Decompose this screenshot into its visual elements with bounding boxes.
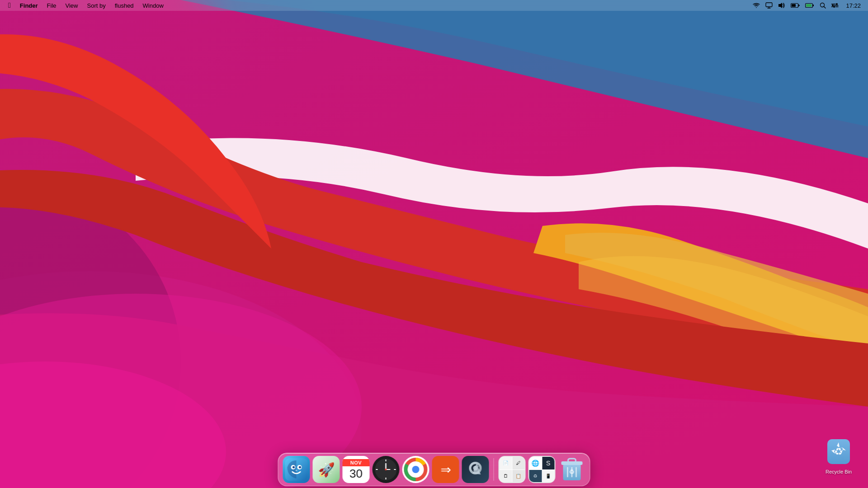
svg-rect-51 (568, 459, 576, 462)
dock-rocket[interactable]: 🚀 (313, 456, 340, 483)
volume-icon[interactable] (776, 0, 787, 11)
dock-chrome[interactable] (402, 456, 429, 483)
dock-calendar[interactable]: NOV 30 (343, 456, 370, 483)
recycle-bin-label: Recycle Bin (826, 469, 852, 474)
menu-sortby[interactable]: Sort by (82, 0, 110, 11)
svg-point-40 (385, 469, 387, 470)
display-icon[interactable] (764, 0, 774, 11)
svg-text:♻: ♻ (569, 468, 575, 475)
menu-view[interactable]: View (61, 0, 83, 11)
svg-point-44 (412, 466, 420, 473)
dock-git[interactable]: ⇒ (432, 456, 459, 483)
spotlight-icon[interactable] (818, 0, 828, 11)
dock: 🚀 NOV 30 (278, 453, 590, 486)
svg-point-18 (836, 3, 838, 5)
clock: 17:22 (842, 0, 864, 11)
svg-rect-10 (792, 4, 796, 7)
dock-separator (494, 458, 494, 481)
app-name[interactable]: Finder (15, 0, 42, 11)
dock-multiapp1[interactable]: 📄 🖊 🗒 📋 (499, 456, 526, 483)
recycle-bin-icon: ♻ (823, 436, 854, 467)
dock-trash[interactable]: ♻ (558, 456, 585, 483)
battery-icon[interactable] (803, 0, 816, 11)
dock-multiapp2[interactable]: 🌐 S ♻ 📱 (528, 456, 556, 483)
svg-text:⇒: ⇒ (440, 463, 451, 477)
dock-finder[interactable] (283, 456, 310, 483)
menu-window[interactable]: Window (138, 0, 168, 11)
menu-file[interactable]: File (42, 0, 61, 11)
svg-point-16 (832, 5, 834, 6)
apple-menu[interactable]:  (4, 0, 15, 11)
svg-point-30 (296, 470, 297, 471)
svg-line-15 (824, 7, 826, 9)
svg-rect-13 (813, 5, 814, 6)
control-center-icon[interactable] (830, 0, 840, 11)
menu-flushed[interactable]: flushed (110, 0, 138, 11)
svg-point-28 (292, 466, 295, 469)
dock-container: 🚀 NOV 30 (278, 453, 590, 486)
svg-point-29 (299, 466, 301, 469)
svg-rect-5 (766, 3, 772, 7)
dock-steam[interactable] (462, 456, 489, 483)
desktop:  Finder File View Sort by flushed Windo… (0, 0, 868, 488)
menubar-left:  Finder File View Sort by flushed Windo… (4, 0, 751, 11)
wifi-icon[interactable] (751, 0, 762, 11)
menubar-right: 17:22 (751, 0, 864, 11)
svg-point-20 (833, 6, 835, 8)
svg-marker-8 (778, 3, 782, 8)
dock-clock[interactable] (373, 456, 400, 483)
svg-text:🚀: 🚀 (318, 462, 335, 478)
battery-charging-icon[interactable] (789, 0, 802, 11)
svg-text:♻: ♻ (834, 446, 843, 457)
menubar:  Finder File View Sort by flushed Windo… (0, 0, 868, 11)
svg-rect-12 (806, 4, 811, 7)
recycle-bin[interactable]: ♻ Recycle Bin (823, 436, 854, 474)
